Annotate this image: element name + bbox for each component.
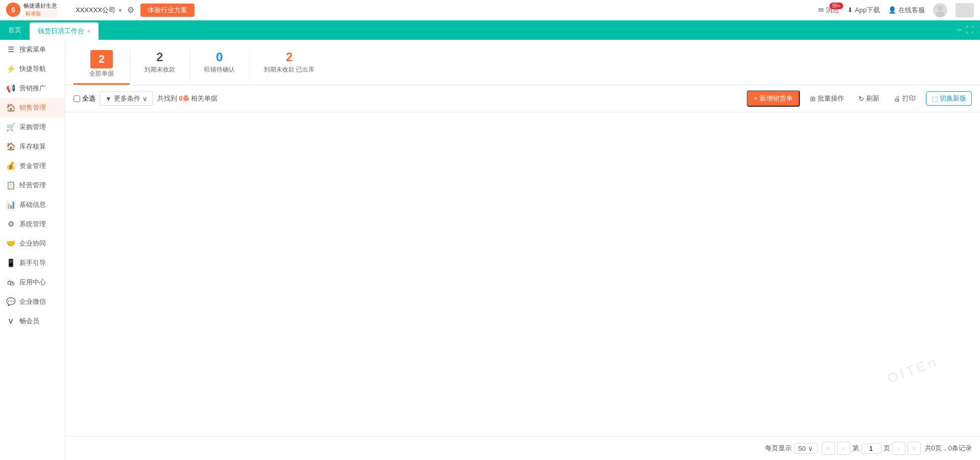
page-next-btn[interactable]: › xyxy=(892,442,905,455)
switch-version-btn[interactable]: ⬚ 切换新版 xyxy=(926,91,972,106)
sidebar-label-sales: 销售管理 xyxy=(19,103,46,112)
tab-maximize-icon[interactable]: ⛶ xyxy=(966,26,974,35)
page-size-caret: ∨ xyxy=(808,445,813,452)
sidebar-item-marketing[interactable]: 📢 营销推广 xyxy=(0,79,65,98)
member-icon: V xyxy=(6,318,15,325)
filter-caret: ∨ xyxy=(142,95,148,103)
summary-tabs: 2 全部单据 2 到期未收款 0 旺辅待确认 2 到期未收款 已出库 xyxy=(65,40,980,85)
print-label: 打印 xyxy=(902,94,916,103)
tab-minimize-icon[interactable]: − xyxy=(957,26,962,35)
app-badge: 标准版 xyxy=(23,10,57,18)
sidebar-item-operations[interactable]: 📋 经营管理 xyxy=(0,176,65,195)
add-order-button[interactable]: + 新增销货单 xyxy=(747,90,800,107)
sales-icon: 🏠 xyxy=(6,103,15,112)
sidebar-label-inventory: 库存核算 xyxy=(19,142,46,151)
found-text: 共找到 0条 相关单据 xyxy=(157,94,217,103)
basics-icon: 📊 xyxy=(6,200,15,209)
app-download-label: App下载 xyxy=(855,6,880,15)
found-suffix: 相关单据 xyxy=(191,94,217,102)
sidebar-label-quick-nav: 快捷导航 xyxy=(19,64,46,74)
sidebar-item-app-center[interactable]: 🛍 应用中心 xyxy=(0,273,65,292)
sidebar-item-guide[interactable]: 📱 新手引导 xyxy=(0,253,65,273)
filter-button[interactable]: ▼ 更多条件 ∨ xyxy=(100,91,153,106)
summary-tab-shipped[interactable]: 2 到期未收款 已出库 xyxy=(250,46,329,85)
sidebar-item-quick-nav[interactable]: ⚡ 快捷导航 xyxy=(0,59,65,79)
overdue-label: 到期未收款 xyxy=(144,65,175,74)
sidebar-item-sales[interactable]: 🏠 销售管理 xyxy=(0,98,65,117)
trial-button[interactable]: 体验行业方案 xyxy=(140,4,194,17)
tab-workbench[interactable]: 钱货日清工作台 × xyxy=(30,22,99,40)
batch-label: 批量操作 xyxy=(818,94,844,103)
sidebar-item-purchase[interactable]: 🛒 采购管理 xyxy=(0,117,65,137)
toolbar-left: 全选 ▼ 更多条件 ∨ 共找到 0条 相关单据 xyxy=(74,91,743,106)
avatar[interactable] xyxy=(933,3,947,17)
app-download-btn[interactable]: ⬇ App下载 xyxy=(847,6,880,15)
pagination: 每页显示 50 ∨ « ‹ 第 页 › » 共0页，0条记录 xyxy=(65,436,980,460)
sidebar-label-purchase: 采购管理 xyxy=(19,123,46,132)
page-size-value[interactable]: 50 ∨ xyxy=(794,443,817,454)
sidebar-item-inventory[interactable]: 🏠 库存核算 xyxy=(0,137,65,156)
select-all-area[interactable]: 全选 xyxy=(74,94,95,103)
message-badge: 99+ xyxy=(829,3,843,9)
main-layout: ☰ 搜索菜单 ⚡ 快捷导航 📢 营销推广 🏠 销售管理 🛒 采购管理 🏠 库存核… xyxy=(0,40,980,460)
sidebar-item-cooperation[interactable]: 🤝 企业协同 xyxy=(0,234,65,253)
sidebar-item-basics[interactable]: 📊 基础信息 xyxy=(0,195,65,214)
overdue-count: 2 xyxy=(156,50,163,64)
logo-area: 6 畅捷通好生意 标准版 xyxy=(6,2,71,17)
summary-tab-all[interactable]: 2 全部单据 xyxy=(74,46,130,85)
page-size-num: 50 xyxy=(798,445,805,452)
pending-count: 0 xyxy=(216,50,223,64)
page-last-btn[interactable]: » xyxy=(908,442,921,455)
page-input[interactable] xyxy=(861,443,881,454)
found-prefix: 共找到 xyxy=(157,94,177,102)
print-btn[interactable]: 🖨 打印 xyxy=(890,92,920,105)
sidebar-item-wechat[interactable]: 💬 企业微信 xyxy=(0,292,65,311)
filter-icon: ▼ xyxy=(105,95,112,103)
service-icon: 👤 xyxy=(888,6,896,14)
svg-point-1 xyxy=(936,11,945,17)
company-selector[interactable]: XXXXXX公司 ▼ xyxy=(76,6,123,15)
app-center-icon: 🛍 xyxy=(6,278,15,287)
pending-label: 旺辅待确认 xyxy=(204,65,235,74)
sidebar-label-cooperation: 企业协同 xyxy=(19,239,46,248)
summary-tab-pending[interactable]: 0 旺辅待确认 xyxy=(190,46,249,85)
content-area xyxy=(65,112,980,436)
tab-home-label: 首页 xyxy=(8,26,21,35)
select-all-label: 全选 xyxy=(82,94,95,103)
batch-operation-btn[interactable]: ⊞ 批量操作 xyxy=(806,92,848,105)
quick-nav-icon: ⚡ xyxy=(6,64,15,74)
tab-workbench-label: 钱货日清工作台 xyxy=(38,27,84,36)
sidebar-label-system: 系统管理 xyxy=(19,220,46,229)
page-first-btn[interactable]: « xyxy=(822,442,835,455)
refresh-btn[interactable]: ↻ 刷新 xyxy=(854,92,884,105)
page-prev-btn[interactable]: ‹ xyxy=(837,442,850,455)
purchase-icon: 🛒 xyxy=(6,123,15,132)
sidebar-label-basics: 基础信息 xyxy=(19,200,46,209)
shipped-label: 到期未收款 已出库 xyxy=(264,65,314,74)
sidebar-label-operations: 经营管理 xyxy=(19,181,46,190)
online-service-btn[interactable]: 👤 在线客服 xyxy=(888,6,925,15)
sidebar-item-system[interactable]: ⚙ 系统管理 xyxy=(0,214,65,234)
sidebar-item-member[interactable]: V 畅会员 xyxy=(0,311,65,331)
summary-tab-overdue[interactable]: 2 到期未收款 xyxy=(130,46,189,85)
select-all-checkbox[interactable] xyxy=(74,95,80,102)
settings-icon[interactable]: ⚙ xyxy=(127,5,134,15)
switch-label: 切换新版 xyxy=(940,94,966,103)
page-navigation: « ‹ 第 页 › » xyxy=(822,442,921,455)
pagination-summary: 共0页，0条记录 xyxy=(925,444,972,453)
toolbar: 全选 ▼ 更多条件 ∨ 共找到 0条 相关单据 + 新增销货单 ⊞ 批量操作 xyxy=(65,85,980,112)
sidebar-item-finance[interactable]: 💰 资金管理 xyxy=(0,156,65,176)
page-label-pre: 第 xyxy=(852,444,859,453)
online-service-label: 在线客服 xyxy=(898,6,925,15)
shipped-count: 2 xyxy=(286,50,292,64)
tab-home[interactable]: 首页 xyxy=(0,20,30,40)
top-right-area: ✉ 消息 99+ ⬇ App下载 👤 在线客服 xyxy=(818,3,974,17)
user-extra xyxy=(955,3,974,17)
tab-close-icon[interactable]: × xyxy=(87,28,90,34)
message-btn[interactable]: ✉ 消息 99+ xyxy=(818,6,839,15)
sidebar: ☰ 搜索菜单 ⚡ 快捷导航 📢 营销推广 🏠 销售管理 🛒 采购管理 🏠 库存核… xyxy=(0,40,65,460)
sidebar-item-search-menu[interactable]: ☰ 搜索菜单 xyxy=(0,40,65,59)
message-icon: ✉ xyxy=(818,6,824,14)
guide-icon: 📱 xyxy=(6,258,15,268)
per-page-label: 每页显示 xyxy=(765,444,792,453)
